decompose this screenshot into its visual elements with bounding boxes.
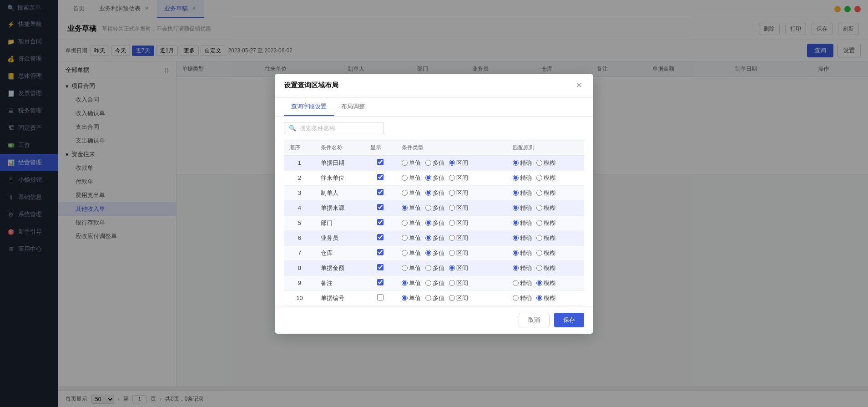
show-checkbox-2[interactable] xyxy=(377,175,384,182)
radio-single-9[interactable]: 单值 xyxy=(402,279,421,287)
show-checkbox-9[interactable] xyxy=(377,280,384,287)
radio-fuzzy-7[interactable]: 模糊 xyxy=(536,249,555,257)
show-checkbox-4[interactable] xyxy=(377,205,384,212)
radio-range-9[interactable]: 区间 xyxy=(449,279,468,287)
show-checkbox-1[interactable] xyxy=(377,160,384,167)
show-checkbox-7[interactable] xyxy=(377,250,384,257)
radio-fuzzy-1[interactable]: 模糊 xyxy=(536,159,555,167)
radio-exact-1[interactable]: 精确 xyxy=(513,159,532,167)
radio-single-7[interactable]: 单值 xyxy=(402,249,421,257)
radio-exact-4[interactable]: 精确 xyxy=(513,204,532,212)
cell-match[interactable]: 精确 模糊 xyxy=(507,170,584,185)
radio-exact-2[interactable]: 精确 xyxy=(513,174,532,182)
show-checkbox-input-5[interactable] xyxy=(377,219,384,225)
radio-exact-6[interactable]: 精确 xyxy=(513,234,532,242)
radio-multi-8[interactable]: 多值 xyxy=(425,264,444,272)
show-checkbox-input-8[interactable] xyxy=(377,264,384,270)
radio-range-8[interactable]: 区间 xyxy=(449,264,468,272)
modal-close-button[interactable]: ✕ xyxy=(573,80,584,91)
cell-show[interactable] xyxy=(365,200,396,215)
show-checkbox-input-7[interactable] xyxy=(377,249,384,255)
radio-range-5[interactable]: 区间 xyxy=(449,219,468,227)
radio-single-8[interactable]: 单值 xyxy=(402,264,421,272)
radio-single-2[interactable]: 单值 xyxy=(402,174,421,182)
show-checkbox-8[interactable] xyxy=(377,265,384,272)
cell-match[interactable]: 精确 模糊 xyxy=(507,215,584,230)
radio-single-3[interactable]: 单值 xyxy=(402,189,421,197)
radio-multi-1[interactable]: 多值 xyxy=(425,159,444,167)
cell-show[interactable] xyxy=(365,230,396,245)
radio-exact-5[interactable]: 精确 xyxy=(513,219,532,227)
cell-show[interactable] xyxy=(365,215,396,230)
radio-fuzzy-8[interactable]: 模糊 xyxy=(536,264,555,272)
radio-fuzzy-10[interactable]: 模糊 xyxy=(536,294,555,302)
cell-show[interactable] xyxy=(365,185,396,200)
radio-fuzzy-9[interactable]: 模糊 xyxy=(536,279,555,287)
show-checkbox-input-1[interactable] xyxy=(377,159,384,165)
show-checkbox-3[interactable] xyxy=(377,190,384,197)
show-checkbox-10[interactable] xyxy=(377,295,384,302)
cell-show[interactable] xyxy=(365,155,396,170)
radio-exact-10[interactable]: 精确 xyxy=(513,294,532,302)
show-checkbox-input-10[interactable] xyxy=(377,294,384,300)
radio-multi-9[interactable]: 多值 xyxy=(425,279,444,287)
cell-show[interactable] xyxy=(365,245,396,260)
cell-match[interactable]: 精确 模糊 xyxy=(507,290,584,305)
radio-range-6[interactable]: 区间 xyxy=(449,234,468,242)
radio-multi-3[interactable]: 多值 xyxy=(425,189,444,197)
radio-single-4[interactable]: 单值 xyxy=(402,204,421,212)
modal-tab-layout[interactable]: 布局调整 xyxy=(334,98,372,116)
modal-save-button[interactable]: 保存 xyxy=(554,313,584,327)
cell-type[interactable]: 单值 多值 区间 xyxy=(396,215,507,230)
radio-fuzzy-3[interactable]: 模糊 xyxy=(536,189,555,197)
radio-range-10[interactable]: 区间 xyxy=(449,294,468,302)
radio-multi-5[interactable]: 多值 xyxy=(425,219,444,227)
radio-single-10[interactable]: 单值 xyxy=(402,294,421,302)
radio-range-1[interactable]: 区间 xyxy=(449,159,468,167)
radio-range-3[interactable]: 区间 xyxy=(449,189,468,197)
cell-match[interactable]: 精确 模糊 xyxy=(507,260,584,275)
cell-match[interactable]: 精确 模糊 xyxy=(507,155,584,170)
radio-single-1[interactable]: 单值 xyxy=(402,159,421,167)
cancel-button[interactable]: 取消 xyxy=(519,313,550,327)
radio-exact-7[interactable]: 精确 xyxy=(513,249,532,257)
radio-single-6[interactable]: 单值 xyxy=(402,234,421,242)
cell-type[interactable]: 单值 多值 区间 xyxy=(396,245,507,260)
radio-multi-7[interactable]: 多值 xyxy=(425,249,444,257)
show-checkbox-input-6[interactable] xyxy=(377,234,384,240)
radio-multi-2[interactable]: 多值 xyxy=(425,174,444,182)
show-checkbox-input-9[interactable] xyxy=(377,279,384,285)
cell-match[interactable]: 精确 模糊 xyxy=(507,230,584,245)
radio-fuzzy-4[interactable]: 模糊 xyxy=(536,204,555,212)
radio-multi-4[interactable]: 多值 xyxy=(425,204,444,212)
radio-fuzzy-2[interactable]: 模糊 xyxy=(536,174,555,182)
cell-show[interactable] xyxy=(365,290,396,305)
show-checkbox-6[interactable] xyxy=(377,235,384,242)
radio-exact-9[interactable]: 精确 xyxy=(513,279,532,287)
cell-match[interactable]: 精确 模糊 xyxy=(507,245,584,260)
cell-type[interactable]: 单值 多值 区间 xyxy=(396,260,507,275)
cell-type[interactable]: 单值 多值 区间 xyxy=(396,185,507,200)
radio-multi-10[interactable]: 多值 xyxy=(425,294,444,302)
radio-fuzzy-5[interactable]: 模糊 xyxy=(536,219,555,227)
radio-single-5[interactable]: 单值 xyxy=(402,219,421,227)
radio-range-4[interactable]: 区间 xyxy=(449,204,468,212)
radio-exact-8[interactable]: 精确 xyxy=(513,264,532,272)
show-checkbox-5[interactable] xyxy=(377,220,384,227)
cell-type[interactable]: 单值 多值 区间 xyxy=(396,200,507,215)
modal-tab-query-fields[interactable]: 查询字段设置 xyxy=(284,98,334,116)
radio-fuzzy-6[interactable]: 模糊 xyxy=(536,234,555,242)
cell-type[interactable]: 单值 多值 区间 xyxy=(396,170,507,185)
cell-type[interactable]: 单值 多值 区间 xyxy=(396,290,507,305)
cell-type[interactable]: 单值 多值 区间 xyxy=(396,155,507,170)
cell-match[interactable]: 精确 模糊 xyxy=(507,275,584,290)
radio-multi-6[interactable]: 多值 xyxy=(425,234,444,242)
cell-show[interactable] xyxy=(365,170,396,185)
cell-type[interactable]: 单值 多值 区间 xyxy=(396,275,507,290)
modal-search-input[interactable] xyxy=(300,125,379,132)
cell-match[interactable]: 精确 模糊 xyxy=(507,185,584,200)
cell-show[interactable] xyxy=(365,275,396,290)
cell-type[interactable]: 单值 多值 区间 xyxy=(396,230,507,245)
cell-show[interactable] xyxy=(365,260,396,275)
radio-range-7[interactable]: 区间 xyxy=(449,249,468,257)
